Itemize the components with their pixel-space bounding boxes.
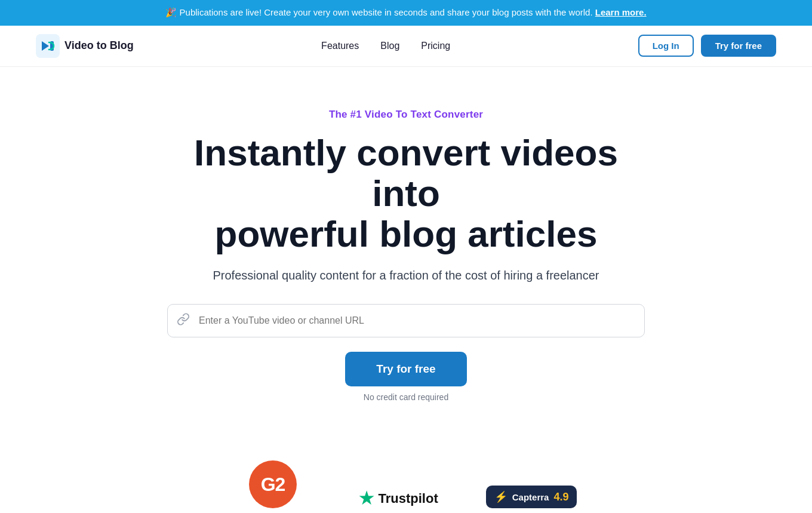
hero-title: Instantly convert videos into powerful b… [173, 133, 639, 255]
logo-text: Video to Blog [64, 39, 134, 52]
link-icon [177, 313, 190, 329]
logo[interactable]: Video to Blog [36, 34, 134, 58]
capterra-badge: ⚡ Capterra 4.9 [486, 486, 577, 508]
announcement-banner: 🎉 Publications are live! Create your ver… [0, 0, 812, 26]
nav-try-button[interactable]: Try for free [701, 35, 776, 57]
nav-features-link[interactable]: Features [321, 41, 359, 51]
capterra-label: Capterra [512, 492, 549, 502]
login-button[interactable]: Log In [638, 35, 694, 57]
try-free-button[interactable]: Try for free [345, 352, 466, 386]
nav-blog-link[interactable]: Blog [380, 41, 399, 51]
capterra-score-value: 4.9 [553, 491, 568, 503]
no-credit-text: No credit card required [12, 392, 800, 402]
trustpilot-rating: ★ Trustpilot ★ ★ ★ ★ ★ 4.5 / 5 [359, 489, 438, 513]
hero-title-line1: Instantly convert videos into [194, 132, 618, 214]
nav-links: Features Blog Pricing [321, 41, 450, 51]
capterra-lightning-icon: ⚡ [494, 490, 508, 503]
trustpilot-star-icon: ★ [359, 489, 374, 508]
trustpilot-badge: ★ Trustpilot [359, 489, 438, 508]
trustpilot-label: Trustpilot [379, 491, 438, 506]
hero-title-line2: powerful blog articles [215, 213, 598, 254]
hero-subtitle: Professional quality content for a fract… [191, 269, 621, 282]
banner-emoji: 🎉 [165, 7, 177, 17]
nav-actions: Log In Try for free [638, 35, 776, 57]
nav-pricing-link[interactable]: Pricing [421, 41, 450, 51]
logo-icon [36, 34, 60, 58]
url-input-wrapper [167, 304, 645, 337]
banner-text: Publications are live! Create your very … [180, 7, 593, 17]
url-input[interactable] [167, 304, 645, 337]
main-nav: Video to Blog Features Blog Pricing Log … [0, 26, 812, 67]
g2-badge: G2 [249, 460, 297, 508]
capterra-rating: ⚡ Capterra 4.9 ★ ★ ★ ★ ★ 5 / 5 [486, 486, 577, 513]
hero-section: The #1 Video To Text Converter Instantly… [0, 67, 812, 432]
hero-tagline: The #1 Video To Text Converter [12, 109, 800, 121]
g2-label: G2 [261, 474, 285, 496]
banner-learn-more-link[interactable]: Learn more. [595, 7, 647, 17]
cta-wrapper: Try for free No credit card required [12, 352, 800, 402]
g2-rating: G2 ★ ★ ★ ★ ★ 4.9 / 5 [235, 460, 311, 513]
ratings-section: G2 ★ ★ ★ ★ ★ 4.9 / 5 ★ Trustpilot ★ ★ ★ … [0, 432, 812, 513]
